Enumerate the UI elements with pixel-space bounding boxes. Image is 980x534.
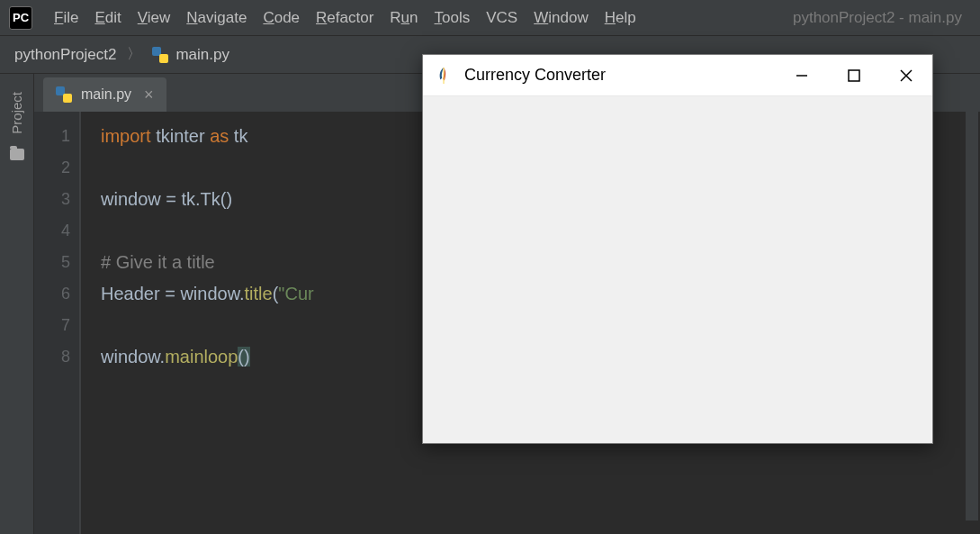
code-line[interactable]: Header = window.title("Cur: [101, 278, 314, 310]
line-gutter: 12345678: [34, 112, 81, 534]
breadcrumb-file[interactable]: main.py: [152, 46, 229, 64]
line-number: 4: [34, 215, 70, 247]
breadcrumb-project[interactable]: pythonProject2: [14, 46, 116, 64]
line-number: 5: [34, 247, 70, 278]
menu-window[interactable]: Window: [534, 9, 588, 27]
tkinter-feather-icon: [436, 67, 452, 85]
menu-view[interactable]: View: [138, 9, 171, 27]
menubar: PC FileEditViewNavigateCodeRefactorRunTo…: [0, 0, 980, 36]
menu-run[interactable]: Run: [390, 9, 418, 27]
code-line[interactable]: import tkinter as tk: [101, 121, 314, 152]
menu-refactor[interactable]: Refactor: [316, 9, 373, 27]
python-file-icon: [152, 47, 168, 63]
menu-file[interactable]: File: [54, 9, 78, 27]
chevron-right-icon: 〉: [127, 45, 141, 64]
code-line[interactable]: window = tk.Tk(): [101, 184, 314, 215]
tkinter-window-title: Currency Converter: [464, 66, 606, 85]
vertical-scrollbar[interactable]: [966, 79, 978, 520]
code-line[interactable]: # Give it a title: [101, 247, 314, 278]
line-number: 6: [34, 278, 70, 310]
project-tool-button[interactable]: Project: [9, 92, 24, 134]
tkinter-titlebar[interactable]: Currency Converter: [423, 55, 932, 96]
maximize-button[interactable]: [828, 55, 880, 95]
ide-logo: PC: [9, 6, 32, 30]
menu-help[interactable]: Help: [605, 9, 636, 27]
line-number: 3: [34, 184, 70, 215]
code-line[interactable]: window.mainloop(): [101, 341, 314, 373]
line-number: 1: [34, 121, 70, 152]
svg-rect-1: [849, 70, 859, 81]
editor-tab-main-py[interactable]: main.py ×: [43, 77, 166, 112]
menu-vcs[interactable]: VCS: [486, 9, 517, 27]
code-line[interactable]: [101, 152, 314, 184]
close-button[interactable]: [880, 55, 932, 95]
close-tab-icon[interactable]: ×: [144, 86, 154, 104]
code-line[interactable]: [101, 215, 314, 247]
menu-edit[interactable]: Edit: [94, 9, 121, 27]
window-title-suffix: pythonProject2 - main.py: [793, 9, 971, 27]
python-file-icon: [56, 86, 72, 103]
menu-code[interactable]: Code: [263, 9, 300, 27]
code-line[interactable]: [101, 310, 314, 341]
breadcrumb-file-label: main.py: [175, 46, 229, 64]
minimize-button[interactable]: [776, 55, 828, 95]
tkinter-window: Currency Converter: [422, 54, 933, 444]
line-number: 2: [34, 152, 70, 184]
code-area[interactable]: import tkinter as tk window = tk.Tk() # …: [81, 112, 314, 534]
folder-icon[interactable]: [10, 149, 24, 160]
menu-tools[interactable]: Tools: [435, 9, 471, 27]
menu-navigate[interactable]: Navigate: [186, 9, 247, 27]
line-number: 7: [34, 310, 70, 341]
line-number: 8: [34, 341, 70, 373]
tab-label: main.py: [81, 86, 131, 103]
tool-sidebar: Project: [0, 74, 34, 534]
